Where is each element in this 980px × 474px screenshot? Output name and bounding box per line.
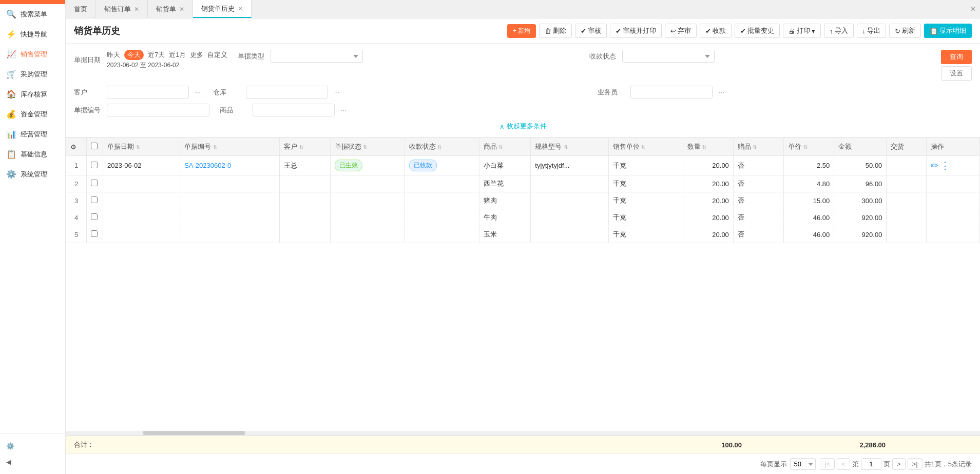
sidebar-item-operations[interactable]: 📊 经营管理: [0, 124, 65, 144]
next-page-btn[interactable]: >: [892, 458, 906, 470]
setting-button[interactable]: 设置: [941, 66, 972, 81]
customer-ellipsis[interactable]: ···: [193, 88, 203, 96]
page-input[interactable]: [861, 458, 881, 470]
date-tab-custom[interactable]: 自定义: [207, 50, 227, 60]
query-button[interactable]: 查询: [941, 50, 972, 64]
collect-button[interactable]: ✔ 收款: [700, 24, 732, 38]
tab-sales-goods[interactable]: 销货单 ✕: [148, 0, 193, 18]
select-all-checkbox[interactable]: [91, 143, 98, 149]
row-select-checkbox[interactable]: [91, 230, 98, 237]
sidebar-item-quick-nav[interactable]: ⚡ 快捷导航: [0, 24, 65, 44]
tab-sales-history-close[interactable]: ✕: [238, 5, 243, 12]
table-settings-icon[interactable]: ⚙: [70, 143, 76, 151]
audit-print-button[interactable]: ✔ 审核并打印: [610, 24, 662, 38]
row-num: 4: [66, 209, 87, 226]
col-quantity[interactable]: 数量 ⇅: [683, 138, 733, 156]
show-detail-button[interactable]: 📋 显示明细: [924, 24, 972, 38]
col-amount[interactable]: 金额: [834, 138, 887, 156]
row-select-checkbox[interactable]: [91, 213, 98, 220]
salesperson-ellipsis[interactable]: ···: [717, 88, 726, 96]
col-payment-status[interactable]: 收款状态 ⇅: [405, 138, 479, 156]
last-page-btn[interactable]: >|: [908, 458, 923, 470]
data-table: ⚙ 单据日期 ⇅ 单据编号 ⇅: [66, 137, 980, 243]
tab-home[interactable]: 首页: [66, 0, 96, 18]
batch-change-button[interactable]: ✔ 批量变更: [735, 24, 780, 38]
warehouse-input[interactable]: [246, 86, 328, 98]
import-button[interactable]: ↑ 导入: [824, 24, 854, 38]
col-doc-status[interactable]: 单据状态 ⇅: [330, 138, 405, 156]
col-gift[interactable]: 赠品 ⇅: [733, 138, 783, 156]
horizontal-scrollbar[interactable]: [66, 431, 980, 435]
sidebar-item-basic-info[interactable]: 📋 基础信息: [0, 144, 65, 164]
doc-type-select[interactable]: [271, 50, 363, 63]
warehouse-ellipsis[interactable]: ···: [332, 88, 342, 96]
date-tab-more[interactable]: 更多: [190, 50, 203, 60]
salesperson-input[interactable]: [630, 86, 713, 98]
date-tab-7days[interactable]: 近7天: [148, 50, 165, 60]
col-product[interactable]: 商品 ⇅: [479, 138, 531, 156]
tab-sales-order-close[interactable]: ✕: [134, 6, 139, 13]
first-page-btn[interactable]: |<: [820, 458, 835, 470]
sort-icon: ⇅: [702, 144, 706, 150]
sidebar-item-finance[interactable]: 💰 资金管理: [0, 104, 65, 124]
sidebar-item-sales-mgmt[interactable]: 📈 销售管理: [0, 44, 65, 64]
sidebar-item-inventory[interactable]: 🏠 库存核算: [0, 84, 65, 104]
product-ellipsis[interactable]: ···: [339, 106, 349, 114]
date-tab-1month[interactable]: 近1月: [169, 50, 186, 60]
col-transaction-label: 交货: [891, 143, 904, 150]
collapse-button[interactable]: ∧ 收起更多条件: [74, 122, 972, 131]
row-select-checkbox[interactable]: [91, 162, 98, 168]
date-tab-yesterday[interactable]: 昨天: [107, 50, 120, 60]
delete-button[interactable]: 🗑 删除: [539, 24, 572, 38]
col-unit-price[interactable]: 单价 ⇅: [784, 138, 834, 156]
row-actions: [926, 175, 979, 192]
row-checkbox[interactable]: [87, 209, 103, 226]
col-doc-date[interactable]: 单据日期 ⇅: [103, 138, 180, 156]
col-checkbox[interactable]: [87, 138, 103, 156]
refresh-button[interactable]: ↻ 刷新: [889, 24, 921, 38]
more-action-btn[interactable]: ⋮: [940, 161, 950, 171]
tab-sales-history[interactable]: 销货单历史 ✕: [193, 0, 252, 18]
payment-status-select[interactable]: [622, 50, 715, 63]
col-doc-number[interactable]: 单据编号 ⇅: [180, 138, 280, 156]
audit-button[interactable]: ✔ 审核: [575, 24, 607, 38]
doc-number-link[interactable]: SA-20230602-0: [184, 162, 231, 169]
date-tab-today[interactable]: 今天: [124, 50, 144, 60]
export-button[interactable]: ↓ 导出: [857, 24, 887, 38]
sidebar-collapse-btn[interactable]: ◀: [0, 454, 65, 470]
sidebar-item-search-menu[interactable]: 🔍 搜索菜单: [0, 4, 65, 24]
sidebar-settings-btn[interactable]: ⚙️: [0, 438, 65, 454]
col-settings[interactable]: ⚙: [66, 138, 87, 156]
col-spec-type[interactable]: 规格型号 ⇅: [531, 138, 608, 156]
tab-sales-goods-close[interactable]: ✕: [179, 6, 184, 13]
sidebar-top-bar: [0, 0, 65, 4]
row-checkbox[interactable]: [87, 156, 103, 175]
row-select-checkbox[interactable]: [91, 180, 98, 186]
row-select-checkbox[interactable]: [91, 196, 98, 203]
tab-close-all[interactable]: ✕: [970, 5, 980, 13]
customer-input[interactable]: [107, 86, 189, 98]
print-button[interactable]: 🖨 打印 ▾: [783, 24, 821, 38]
new-button[interactable]: + 新增: [507, 24, 536, 38]
col-customer[interactable]: 客户 ⇅: [280, 138, 330, 156]
row-checkbox[interactable]: [87, 226, 103, 243]
doc-number-input[interactable]: [107, 104, 209, 116]
row-quantity: 20.00: [683, 226, 733, 243]
edit-action-btn[interactable]: ✏: [931, 161, 938, 171]
per-page-select[interactable]: 50 100: [790, 458, 816, 470]
row-amount: 300.00: [834, 192, 887, 209]
abandon-button[interactable]: ↩ 弃审: [665, 24, 697, 38]
row-product: 西兰花: [479, 175, 531, 192]
prev-page-btn[interactable]: <: [837, 458, 850, 470]
product-input[interactable]: [253, 104, 335, 116]
scrollbar-thumb[interactable]: [143, 431, 245, 435]
row-num: 2: [66, 175, 87, 192]
row-checkbox[interactable]: [87, 175, 103, 192]
tab-sales-order[interactable]: 销售订单 ✕: [96, 0, 148, 18]
sidebar-item-purchase-mgmt[interactable]: 🛒 采购管理: [0, 64, 65, 84]
sidebar-item-sys-mgmt[interactable]: ⚙️ 系统管理: [0, 164, 65, 184]
col-sales-unit[interactable]: 销售单位 ⇅: [608, 138, 683, 156]
row-checkbox[interactable]: [87, 192, 103, 209]
col-unit-price-label: 单价: [788, 143, 801, 150]
filter-row-3: 单据编号 商品 ···: [74, 104, 972, 116]
